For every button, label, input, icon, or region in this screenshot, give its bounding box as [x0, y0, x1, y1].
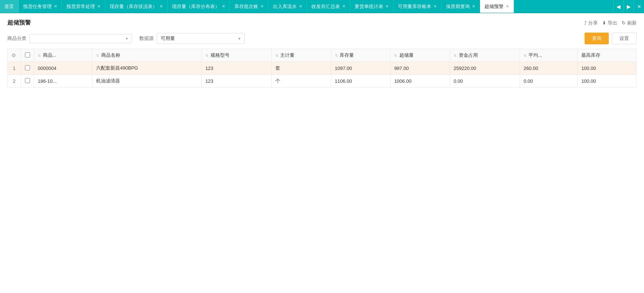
th-overstock-sort: ⇅: [394, 53, 397, 58]
nav-exception[interactable]: 拣货异常处理 ✕: [62, 0, 105, 13]
row-checkbox-cell[interactable]: [21, 75, 34, 88]
nav-batch[interactable]: 库存批次账 ✕: [230, 0, 268, 13]
nav-inout[interactable]: 出入库流水 ✕: [268, 0, 307, 13]
th-overstock[interactable]: ⇅ 超储量: [390, 49, 450, 62]
nav-summary-close[interactable]: ✕: [342, 4, 345, 9]
th-avg-sort: ⇅: [524, 53, 527, 58]
nav-available[interactable]: 可用量库存账本 ✕: [394, 0, 442, 13]
row-capital: 0.00: [450, 75, 520, 88]
nav-task-mgmt[interactable]: 拣货任务管理 ✕: [19, 0, 62, 13]
datasource-dropdown-icon: ▾: [238, 36, 241, 41]
refresh-icon: ↻: [622, 20, 626, 26]
th-spec-sort: ⇅: [205, 53, 208, 58]
row-product-name: 机油滤清器: [92, 75, 202, 88]
th-stock-sort: ⇅: [335, 53, 338, 58]
nav-quality-close[interactable]: ✕: [472, 4, 475, 9]
th-product-name[interactable]: ⇅ 商品名称: [92, 49, 202, 62]
nav-overstock[interactable]: 超储预警 ✕: [480, 0, 514, 13]
row-spec: 123: [201, 75, 271, 88]
category-dropdown-icon: ▾: [126, 36, 128, 41]
row-spec: 123: [201, 62, 271, 75]
datasource-filter-group: 数据源 可用量 ▾: [139, 33, 245, 44]
row-unit: 个: [271, 75, 331, 88]
settings-button[interactable]: 设置: [612, 33, 637, 44]
th-capital-sort: ⇅: [454, 53, 457, 58]
th-product-code[interactable]: ⇅ 商品...: [34, 49, 92, 62]
table-header-row: ⚙ ⇅ 商品... ⇅ 商品名称 ⇅ 规格型号 ⇅: [8, 49, 637, 62]
nav-summary[interactable]: 收发存汇总表 ✕: [307, 0, 350, 13]
nav-stock-status[interactable]: 现存量（库存状况表） ✕: [105, 0, 168, 13]
th-product-code-sort: ⇅: [38, 53, 41, 58]
th-avg[interactable]: ⇅ 平均...: [520, 49, 577, 62]
gear-icon[interactable]: ⚙: [11, 52, 16, 58]
nav-exception-close[interactable]: ✕: [97, 4, 100, 9]
row-checkbox[interactable]: [25, 78, 30, 83]
share-button[interactable]: ⤴ 分享: [584, 20, 598, 26]
refresh-button[interactable]: ↻ 刷新: [622, 20, 637, 26]
table-row: 1 0000004 六配套新昌490BPG 123 套 1097.00 997.…: [8, 62, 637, 75]
th-settings[interactable]: ⚙: [8, 49, 21, 62]
nav-order-stat-close[interactable]: ✕: [385, 4, 389, 9]
page-header: 超储预警 ⤴ 分享 ⬇ 导出 ↻ 刷新: [7, 19, 637, 27]
nav-batch-close[interactable]: ✕: [260, 4, 264, 9]
row-overstock: 1006.00: [390, 75, 450, 88]
row-product-code: 186-10...: [34, 75, 92, 88]
row-max-stock: 100.00: [578, 75, 637, 88]
nav-task-mgmt-close[interactable]: ✕: [54, 4, 57, 9]
row-product-name: 六配套新昌490BPG: [92, 62, 202, 75]
category-filter-group: 商品分类 ▾: [7, 34, 132, 43]
th-checkbox: [21, 49, 34, 62]
export-button[interactable]: ⬇ 导出: [602, 20, 617, 26]
nav-order-stat[interactable]: 要货单统计表 ✕: [350, 0, 394, 13]
export-icon: ⬇: [602, 20, 606, 26]
nav-available-close[interactable]: ✕: [433, 4, 437, 9]
th-stock[interactable]: ⇅ 库存量: [331, 49, 390, 62]
row-checkbox-cell[interactable]: [21, 62, 34, 75]
datasource-select-value: 可用量: [161, 35, 175, 42]
row-overstock: 997.00: [390, 62, 450, 75]
row-capital: 259220.00: [450, 62, 520, 75]
nav-quality[interactable]: 保质期查询 ✕: [442, 0, 480, 13]
row-avg: 0.00: [520, 75, 577, 88]
table-row: 2 186-10... 机油滤清器 123 个 1106.00 1006.00 …: [8, 75, 637, 88]
nav-stock-dist[interactable]: 现存量（库存分布表） ✕: [168, 0, 230, 13]
nav-overstock-close[interactable]: ✕: [506, 4, 509, 9]
filter-actions: 查询 设置: [585, 33, 637, 44]
th-capital[interactable]: ⇅ 资金占用: [450, 49, 520, 62]
row-product-code: 0000004: [34, 62, 92, 75]
row-num: 2: [8, 75, 21, 88]
nav-bar: 首页 拣货任务管理 ✕ 拣货异常处理 ✕ 现存量（库存状况表） ✕ 现存量（库存…: [0, 0, 644, 13]
category-select[interactable]: ▾: [29, 34, 132, 43]
page-title: 超储预警: [7, 19, 31, 27]
datasource-label: 数据源: [139, 35, 154, 42]
nav-home[interactable]: 首页: [0, 0, 19, 13]
row-num: 1: [8, 62, 21, 75]
row-stock: 1106.00: [331, 75, 390, 88]
page-content: 超储预警 ⤴ 分享 ⬇ 导出 ↻ 刷新 商品分类 ▾ 数据源: [0, 13, 644, 293]
nav-inout-close[interactable]: ✕: [299, 4, 302, 9]
row-max-stock: 100.00: [578, 62, 637, 75]
filter-row: 商品分类 ▾ 数据源 可用量 ▾ 查询 设置: [7, 33, 637, 44]
nav-stock-dist-close[interactable]: ✕: [222, 4, 225, 9]
th-product-name-sort: ⇅: [96, 53, 99, 58]
nav-prev-btn[interactable]: ◀: [613, 0, 623, 13]
select-all-checkbox[interactable]: [25, 52, 30, 58]
row-checkbox[interactable]: [25, 65, 30, 70]
th-unit-sort: ⇅: [275, 53, 278, 58]
data-table: ⚙ ⇅ 商品... ⇅ 商品名称 ⇅ 规格型号 ⇅: [7, 49, 637, 88]
header-actions: ⤴ 分享 ⬇ 导出 ↻ 刷新: [584, 20, 637, 26]
nav-next-btn[interactable]: ▶: [623, 0, 634, 13]
th-max-stock[interactable]: 最高库存: [578, 49, 637, 62]
th-unit[interactable]: ⇅ 主计量: [271, 49, 331, 62]
share-icon: ⤴: [584, 20, 587, 26]
nav-arrows: ◀ ▶ ✕: [613, 0, 644, 13]
query-button[interactable]: 查询: [585, 33, 609, 44]
row-unit: 套: [271, 62, 331, 75]
row-avg: 260.00: [520, 62, 577, 75]
row-stock: 1097.00: [331, 62, 390, 75]
category-label: 商品分类: [7, 35, 26, 42]
nav-stock-status-close[interactable]: ✕: [160, 4, 163, 9]
th-spec[interactable]: ⇅ 规格型号: [201, 49, 271, 62]
datasource-select[interactable]: 可用量 ▾: [157, 33, 245, 44]
nav-more-btn[interactable]: ✕: [634, 0, 644, 13]
